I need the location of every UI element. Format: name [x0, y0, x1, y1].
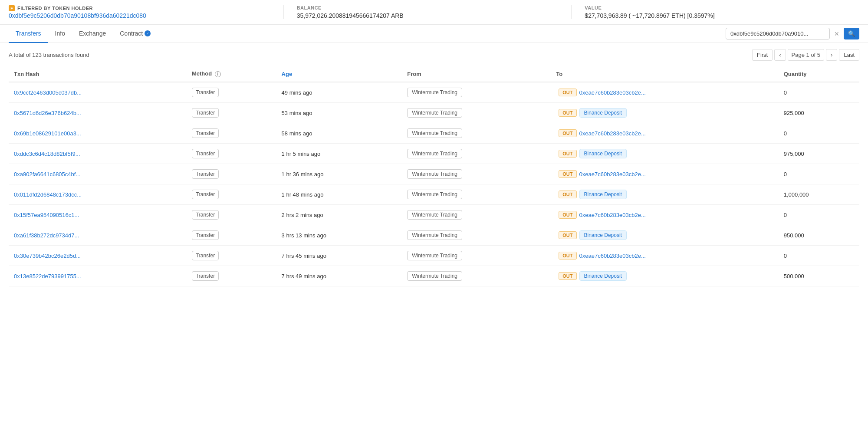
last-page-button[interactable]: Last: [839, 49, 859, 61]
quantity-cell: 950,000: [779, 225, 859, 246]
table-row: 0xddc3c6d4c18d82bf5f9...Transfer1 hr 5 m…: [9, 144, 859, 164]
to-deposit-badge: Binance Deposit: [579, 108, 627, 118]
method-info-icon[interactable]: i: [215, 71, 221, 77]
address-filter-input[interactable]: [726, 28, 830, 39]
age-cell: 7 hrs 49 mins ago: [276, 266, 402, 286]
filter-clear-button[interactable]: ✕: [832, 29, 842, 39]
value-section: VALUE $27,703,963.89 ( ~17,720.8967 ETH)…: [571, 5, 859, 19]
direction-badge: OUT: [559, 252, 576, 260]
table-row: 0x011dfd2d6848c173dcc...Transfer1 hr 48 …: [9, 184, 859, 205]
method-badge: Transfer: [192, 210, 219, 220]
table-row: 0xa902fa6641c6805c4bf...Transfer1 hr 36 …: [9, 164, 859, 184]
from-badge: Wintermute Trading: [407, 230, 462, 240]
to-cell: OUT0xeae7c60b283e03cb2e...: [551, 246, 778, 266]
filter-input-area: ✕ 🔍: [726, 28, 859, 39]
from-badge: Wintermute Trading: [407, 128, 462, 138]
tab-exchange-label: Exchange: [79, 30, 106, 37]
quantity-cell: 975,000: [779, 144, 859, 164]
col-quantity: Quantity: [779, 66, 859, 82]
tab-contract-label: Contract: [120, 30, 143, 37]
txn-hash-link[interactable]: 0xa902fa6641c6805c4bf...: [14, 171, 80, 177]
txn-hash-link[interactable]: 0x9ccf2e463d005c037db...: [14, 89, 82, 96]
quantity-cell: 0: [779, 246, 859, 266]
quantity-cell: 0: [779, 123, 859, 144]
quantity-cell: 0: [779, 205, 859, 225]
from-cell: Wintermute Trading: [402, 266, 551, 286]
txn-hash-cell: 0xa61f38b272dc9734d7...: [9, 225, 187, 246]
txn-hash-link[interactable]: 0x69b1e08629101e00a3...: [14, 130, 81, 137]
method-cell: Transfer: [187, 103, 276, 123]
tab-transfers[interactable]: Transfers: [9, 25, 48, 43]
balance-section: BALANCE 35,972,026.200881945666174207 AR…: [283, 5, 572, 19]
from-cell: Wintermute Trading: [402, 144, 551, 164]
from-cell: Wintermute Trading: [402, 246, 551, 266]
token-holder-address[interactable]: 0xdbf5e9c5206d0db70a90108bf936da60221dc0…: [9, 12, 146, 19]
from-badge: Wintermute Trading: [407, 169, 462, 179]
tabs-bar: Transfers Info Exchange Contract ✓ ✕ 🔍: [0, 25, 868, 43]
col-to: To: [551, 66, 778, 82]
txn-hash-link[interactable]: 0x011dfd2d6848c173dcc...: [14, 191, 82, 198]
filter-section: F FILTERED BY TOKEN HOLDER 0xdbf5e9c5206…: [9, 5, 283, 19]
method-cell: Transfer: [187, 246, 276, 266]
filter-search-button[interactable]: 🔍: [844, 28, 859, 39]
from-cell: Wintermute Trading: [402, 123, 551, 144]
txn-hash-link[interactable]: 0x15f57ea954090516c1...: [14, 212, 79, 218]
tab-contract[interactable]: Contract ✓: [113, 25, 158, 43]
tab-info[interactable]: Info: [48, 25, 72, 43]
method-cell: Transfer: [187, 205, 276, 225]
filter-header: F FILTERED BY TOKEN HOLDER: [9, 5, 270, 11]
top-bar: F FILTERED BY TOKEN HOLDER 0xdbf5e9c5206…: [0, 0, 868, 25]
txn-hash-cell: 0x30e739b42bc26e2d5d...: [9, 246, 187, 266]
txn-hash-cell: 0x011dfd2d6848c173dcc...: [9, 184, 187, 205]
quantity-cell: 925,000: [779, 103, 859, 123]
method-badge: Transfer: [192, 271, 219, 281]
age-cell: 3 hrs 13 mins ago: [276, 225, 402, 246]
to-cell: OUT0xeae7c60b283e03cb2e...: [551, 123, 778, 144]
method-badge: Transfer: [192, 251, 219, 260]
method-cell: Transfer: [187, 266, 276, 286]
method-cell: Transfer: [187, 144, 276, 164]
tab-exchange[interactable]: Exchange: [72, 25, 113, 43]
txn-hash-cell: 0xa902fa6641c6805c4bf...: [9, 164, 187, 184]
txn-hash-link[interactable]: 0x13e8522de793991755...: [14, 273, 81, 279]
txn-hash-link[interactable]: 0x30e739b42bc26e2d5d...: [14, 253, 81, 259]
transactions-table: Txn Hash Method i Age From To Quantity 0…: [9, 66, 859, 286]
table-row: 0x5671d6d26e376b624b...Transfer53 mins a…: [9, 103, 859, 123]
direction-badge: OUT: [559, 191, 576, 198]
txn-hash-link[interactable]: 0x5671d6d26e376b624b...: [14, 110, 81, 116]
to-address-link[interactable]: 0xeae7c60b283e03cb2e...: [579, 130, 646, 137]
table-row: 0x69b1e08629101e00a3...Transfer58 mins a…: [9, 123, 859, 144]
first-page-button[interactable]: First: [752, 49, 773, 61]
txn-hash-link[interactable]: 0xa61f38b272dc9734d7...: [14, 232, 79, 239]
col-txn-hash: Txn Hash: [9, 66, 187, 82]
balance-label: BALANCE: [297, 5, 559, 10]
direction-badge: OUT: [559, 89, 576, 96]
direction-badge: OUT: [559, 150, 576, 158]
to-address-link[interactable]: 0xeae7c60b283e03cb2e...: [579, 212, 646, 218]
value-text: $27,703,963.89 ( ~17,720.8967 ETH) [0.35…: [585, 12, 846, 19]
method-cell: Transfer: [187, 184, 276, 205]
to-cell: OUT0xeae7c60b283e03cb2e...: [551, 205, 778, 225]
col-age[interactable]: Age: [276, 66, 402, 82]
col-method: Method i: [187, 66, 276, 82]
col-from: From: [402, 66, 551, 82]
method-badge: Transfer: [192, 169, 219, 179]
from-badge: Wintermute Trading: [407, 271, 462, 281]
to-cell: OUT0xeae7c60b283e03cb2e...: [551, 82, 778, 103]
to-address-link[interactable]: 0xeae7c60b283e03cb2e...: [579, 171, 646, 177]
to-address-link[interactable]: 0xeae7c60b283e03cb2e...: [579, 89, 646, 96]
from-badge: Wintermute Trading: [407, 108, 462, 118]
txn-hash-link[interactable]: 0xddc3c6d4c18d82bf5f9...: [14, 151, 80, 157]
direction-badge: OUT: [559, 231, 576, 239]
from-cell: Wintermute Trading: [402, 82, 551, 103]
next-page-button[interactable]: ›: [826, 49, 837, 61]
results-count: A total of 123 transactions found: [9, 52, 89, 58]
to-address-link[interactable]: 0xeae7c60b283e03cb2e...: [579, 253, 646, 259]
results-header: A total of 123 transactions found First …: [9, 49, 859, 61]
age-cell: 58 mins ago: [276, 123, 402, 144]
to-cell: OUTBinance Deposit: [551, 184, 778, 205]
age-cell: 1 hr 5 mins ago: [276, 144, 402, 164]
prev-page-button[interactable]: ‹: [774, 49, 786, 61]
tab-transfers-label: Transfers: [16, 30, 41, 37]
from-badge: Wintermute Trading: [407, 251, 462, 260]
